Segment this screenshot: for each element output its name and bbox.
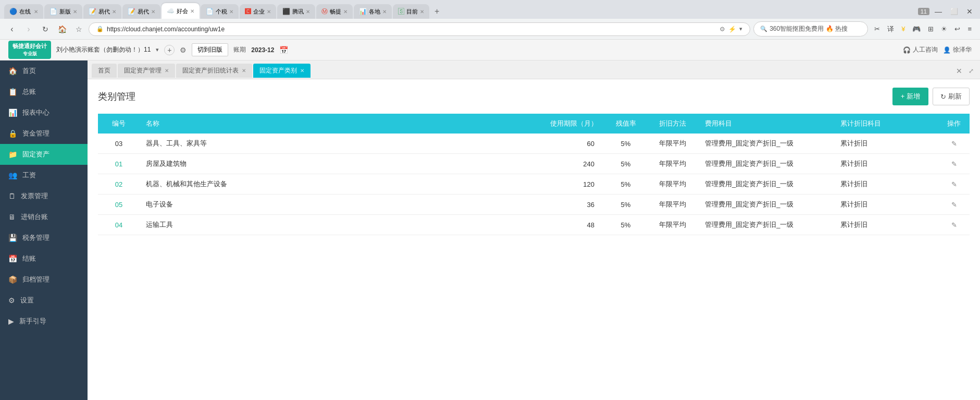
back-button[interactable]: ‹ — [5, 22, 19, 36]
browser-tab-active[interactable]: ☁️ 好会 ✕ — [162, 3, 200, 19]
search-bar[interactable]: 🔍 360智能抠图免费用 🔥 热搜 — [753, 21, 868, 37]
currency-icon[interactable]: ¥ — [898, 23, 908, 35]
close-tab-yidai1[interactable]: ✕ — [112, 9, 116, 15]
close-tab-tencent[interactable]: ✕ — [306, 9, 310, 15]
cell-method: 年限平均 — [647, 154, 699, 174]
minimize-window-icon[interactable]: — — [932, 6, 945, 17]
switch-version-button[interactable]: 切到旧版 — [192, 43, 228, 56]
table-row: 04 运输工具 48 5% 年限平均 管理费用_固定资产折旧_一级 累计折旧 ✎ — [98, 215, 970, 235]
tab-depreciation[interactable]: 固定资产折旧统计表 ✕ — [176, 64, 252, 78]
sidebar-item-fixed-assets[interactable]: 📁 固定资产 — [0, 144, 88, 165]
close-panel-button[interactable]: ✕ — [953, 67, 965, 75]
sidebar-item-payroll[interactable]: 👥 工资 — [0, 165, 88, 186]
cell-method: 年限平均 — [647, 134, 699, 154]
edit-icon[interactable]: ✎ — [951, 140, 957, 148]
cell-accum: 累计折旧 — [834, 154, 938, 174]
site-info-icon[interactable]: ⚙ — [720, 26, 725, 33]
edit-icon[interactable]: ✎ — [951, 180, 957, 188]
close-tab-yidai2[interactable]: ✕ — [151, 9, 155, 15]
sidebar-item-settings[interactable]: ⚙ 设置 — [0, 290, 88, 311]
sidebar-item-inventory[interactable]: 🖥 进销台账 — [0, 207, 88, 227]
service-button[interactable]: 🎧 人工咨询 — [903, 45, 938, 54]
sidebar-item-archive[interactable]: 📦 归档管理 — [0, 269, 88, 290]
add-button[interactable]: + 新增 — [892, 88, 928, 105]
grid-icon[interactable]: ⊞ — [925, 23, 937, 35]
user-profile[interactable]: 👤 徐泽华 — [943, 45, 972, 54]
restore-window-icon[interactable]: ⬜ — [947, 7, 961, 16]
undo-icon[interactable]: ↩ — [951, 23, 963, 35]
home-button[interactable]: 🏠 — [55, 22, 69, 36]
close-tab-tax[interactable]: ✕ — [229, 9, 233, 15]
close-tab-enterprise[interactable]: ✕ — [267, 9, 271, 15]
col-method: 折旧方法 — [647, 114, 699, 134]
cell-method: 年限平均 — [647, 174, 699, 195]
sidebar-item-invoice[interactable]: 🗒 发票管理 — [0, 186, 88, 207]
sidebar-item-tax[interactable]: 💾 税务管理 — [0, 227, 88, 248]
settlement-icon: 📅 — [8, 254, 17, 263]
table-row: 03 器具、工具、家具等 60 5% 年限平均 管理费用_固定资产折旧_一级 累… — [98, 134, 970, 154]
calendar-icon[interactable]: 📅 — [279, 46, 288, 54]
browser-tab-gedi[interactable]: 📊 各地 ✕ — [354, 4, 392, 19]
cell-action[interactable]: ✎ — [938, 215, 970, 235]
new-tab-button[interactable]: + — [430, 4, 443, 19]
scissors-icon[interactable]: ✂ — [871, 23, 883, 35]
edit-icon[interactable]: ✎ — [951, 201, 957, 209]
add-account-button[interactable]: + — [164, 45, 175, 55]
bookmark-button[interactable]: ☆ — [72, 22, 85, 36]
browser-tab-tax[interactable]: 📄 个税 ✕ — [201, 4, 239, 19]
close-tab-muqian[interactable]: ✕ — [420, 9, 424, 15]
edit-icon[interactable]: ✎ — [951, 221, 957, 229]
tab-category[interactable]: 固定资产类别 ✕ — [253, 64, 311, 78]
app-logo: 畅捷通好会计专业版 — [8, 41, 51, 59]
cell-action[interactable]: ✎ — [938, 174, 970, 195]
address-bar[interactable]: 🔒 https://cloud.chanjet.com/accounting/u… — [89, 22, 750, 36]
sidebar-item-guide[interactable]: ▶ 新手引导 — [0, 311, 88, 332]
browser-tab-new[interactable]: 📄 新版 ✕ — [44, 4, 82, 19]
cell-action[interactable]: ✎ — [938, 134, 970, 154]
browser-tab-changte[interactable]: Ⓜ 畅提 ✕ — [316, 4, 353, 19]
browser-tab-yidai1[interactable]: 📝 易代 ✕ — [83, 4, 121, 19]
close-tab-active[interactable]: ✕ — [190, 8, 194, 14]
edit-icon[interactable]: ✎ — [951, 160, 957, 168]
browser-tab-online[interactable]: 🔵 在线 ✕ — [4, 4, 43, 19]
close-tab-new[interactable]: ✕ — [73, 9, 77, 15]
close-tab-gedi[interactable]: ✕ — [382, 9, 387, 15]
reload-button[interactable]: ↻ — [39, 22, 52, 36]
translate-icon[interactable]: 译 — [884, 22, 897, 36]
sidebar-item-home[interactable]: 🏠 首页 — [0, 60, 88, 81]
browser-tab-muqian[interactable]: 🇸 目前 ✕ — [393, 4, 429, 19]
maximize-panel-button[interactable]: ⤢ — [966, 67, 976, 75]
dropdown-icon[interactable]: ▾ — [156, 46, 159, 53]
refresh-button[interactable]: ↻ 刷新 — [933, 88, 970, 105]
close-tab-depreciation[interactable]: ✕ — [242, 68, 246, 74]
close-tab-category[interactable]: ✕ — [300, 68, 304, 74]
close-tab-online[interactable]: ✕ — [34, 9, 38, 15]
close-window-icon[interactable]: ✕ — [963, 6, 976, 17]
tab-home[interactable]: 首页 — [92, 64, 117, 78]
game-icon[interactable]: 🎮 — [909, 23, 924, 35]
cell-action[interactable]: ✎ — [938, 154, 970, 174]
settings-gear-icon[interactable]: ⚙ — [180, 46, 187, 54]
cell-name: 器具、工具、家具等 — [140, 134, 542, 154]
cell-residual: 5% — [605, 174, 647, 195]
table-row: 01 房屋及建筑物 240 5% 年限平均 管理费用_固定资产折旧_一级 累计折… — [98, 154, 970, 174]
forward-button[interactable]: › — [22, 22, 35, 36]
sidebar-item-funds[interactable]: 🔒 资金管理 — [0, 123, 88, 144]
cell-action[interactable]: ✎ — [938, 195, 970, 215]
sidebar-item-reports[interactable]: 📊 报表中心 — [0, 102, 88, 123]
close-tab-changte[interactable]: ✕ — [343, 9, 348, 15]
sidebar-item-ledger[interactable]: 📋 总账 — [0, 81, 88, 102]
brightness-icon[interactable]: ☀ — [938, 23, 950, 35]
cell-accum: 累计折旧 — [834, 174, 938, 195]
sidebar-item-settlement[interactable]: 📅 结账 — [0, 248, 88, 269]
table-row: 02 机器、机械和其他生产设备 120 5% 年限平均 管理费用_固定资产折旧_… — [98, 174, 970, 195]
browser-tab-tencent[interactable]: ⬛ 腾讯 ✕ — [277, 4, 315, 19]
browser-tab-yidai2[interactable]: 📝 易代 ✕ — [122, 4, 160, 19]
cell-expense: 管理费用_固定资产折旧_一级 — [699, 195, 834, 215]
browser-tab-enterprise[interactable]: 🅲 企业 ✕ — [240, 4, 276, 19]
cell-name: 运输工具 — [140, 215, 542, 235]
tab-fixed-mgmt[interactable]: 固定资产管理 ✕ — [118, 64, 175, 78]
dropdown-arrow-icon[interactable]: ▾ — [739, 26, 742, 32]
menu-icon[interactable]: ≡ — [964, 23, 975, 35]
close-tab-fixed-mgmt[interactable]: ✕ — [165, 68, 169, 74]
